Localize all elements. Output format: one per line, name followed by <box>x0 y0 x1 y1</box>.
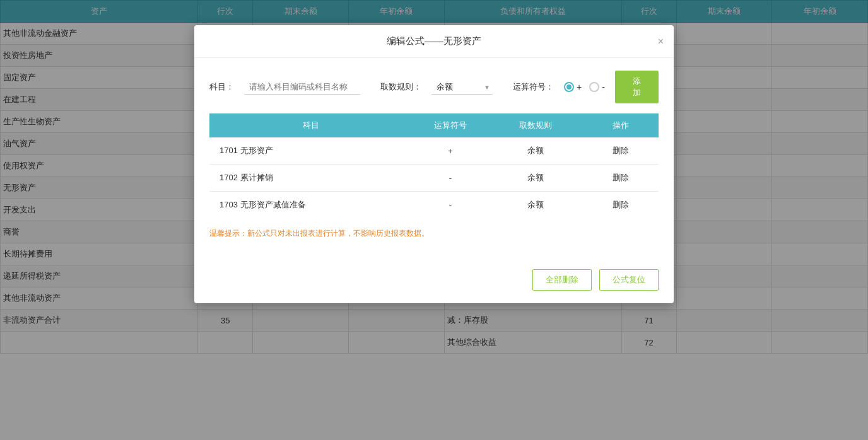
th-rule: 取数规则 <box>488 113 583 137</box>
radio-minus-label: - <box>602 82 605 92</box>
radio-minus-circle <box>589 82 599 92</box>
cell-operator: - <box>413 192 488 219</box>
table-row: 1702 累计摊销-余额删除 <box>209 165 659 192</box>
radio-plus[interactable]: + <box>564 82 582 92</box>
page-wrapper: 资产 行次 期末余额 年初余额 负债和所有者权益 行次 期末余额 年初余额 其他… <box>0 0 868 440</box>
cell-subject: 1701 无形资产 <box>209 137 413 165</box>
cell-subject: 1703 无形资产减值准备 <box>209 192 413 219</box>
cell-subject: 1702 累计摊销 <box>209 165 413 192</box>
cell-rule: 余额 <box>488 192 583 219</box>
reset-button[interactable]: 公式复位 <box>599 269 659 291</box>
form-row: 科目： 取数规则： 余额 借方发生额 贷方发生额 ▼ 运算符号： <box>209 71 659 103</box>
modal-close-button[interactable]: × <box>658 37 664 47</box>
cell-rule: 余额 <box>488 137 583 165</box>
cell-operator: - <box>413 165 488 192</box>
warning-text: 温馨提示：新公式只对未出报表进行计算，不影响历史报表数据。 <box>209 228 659 239</box>
modal-dialog: 编辑公式——无形资产 × 科目： 取数规则： 余额 借方发生额 贷方发生额 <box>194 25 674 303</box>
radio-plus-label: + <box>577 82 582 92</box>
table-row: 1703 无形资产减值准备-余额删除 <box>209 192 659 219</box>
rule-select[interactable]: 余额 借方发生额 贷方发生额 <box>431 79 493 95</box>
cell-operator: + <box>413 137 488 165</box>
cell-action[interactable]: 删除 <box>583 165 659 192</box>
operator-radio-group: + - <box>564 82 605 92</box>
delete-all-button[interactable]: 全部删除 <box>532 269 592 291</box>
th-action: 操作 <box>583 113 659 137</box>
cell-action[interactable]: 删除 <box>583 137 659 165</box>
table-row: 1701 无形资产+余额删除 <box>209 137 659 165</box>
modal-footer: 全部删除 公式复位 <box>194 262 674 303</box>
radio-plus-circle <box>564 82 574 92</box>
modal-header: 编辑公式——无形资产 × <box>194 25 674 58</box>
modal-body: 科目： 取数规则： 余额 借方发生额 贷方发生额 ▼ 运算符号： <box>194 58 674 262</box>
rule-select-wrapper: 余额 借方发生额 贷方发生额 ▼ <box>431 79 493 95</box>
subject-input[interactable] <box>244 79 360 95</box>
cell-action[interactable]: 删除 <box>583 192 659 219</box>
cell-rule: 余额 <box>488 165 583 192</box>
modal-title: 编辑公式——无形资产 <box>387 35 481 47</box>
th-subject: 科目 <box>209 113 413 137</box>
radio-minus[interactable]: - <box>589 82 605 92</box>
operator-label: 运算符号： <box>513 81 554 93</box>
th-operator: 运算符号 <box>413 113 488 137</box>
rule-label: 取数规则： <box>380 81 421 93</box>
subject-label: 科目： <box>209 81 234 93</box>
formula-table: 科目 运算符号 取数规则 操作 1701 无形资产+余额删除1702 累计摊销-… <box>209 113 659 218</box>
modal-overlay: 编辑公式——无形资产 × 科目： 取数规则： 余额 借方发生额 贷方发生额 <box>0 0 868 440</box>
add-button[interactable]: 添加 <box>615 71 659 103</box>
